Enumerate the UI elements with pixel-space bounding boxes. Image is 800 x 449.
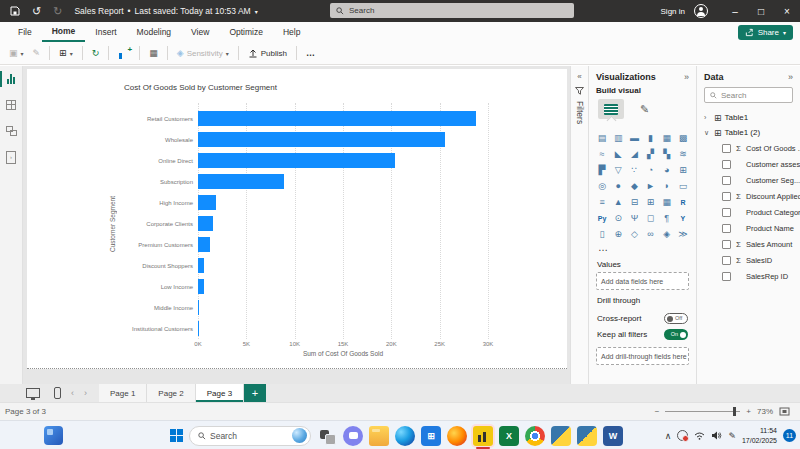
power-bi-icon[interactable] [473, 426, 493, 446]
tray-expand-icon[interactable]: ∧ [665, 431, 672, 441]
get-data-button[interactable]: ⊞▾ [59, 48, 73, 58]
values-field-well[interactable]: Add data fields here [596, 272, 689, 290]
clustered-column-chart-icon[interactable]: ▮ [643, 131, 658, 145]
firefox-icon[interactable] [447, 426, 467, 446]
field-item-customer-asses-[interactable]: Customer asses... [697, 156, 800, 172]
decomposition-tree-icon[interactable]: Ψ [627, 211, 642, 225]
bar-high-income[interactable] [198, 195, 216, 210]
field-checkbox[interactable] [722, 208, 731, 217]
notification-badge[interactable]: 11 [783, 429, 796, 442]
bar-corporate-clients[interactable] [198, 216, 213, 231]
field-item-customer-seg-[interactable]: Customer Seg... [697, 172, 800, 188]
100-stacked-bar-chart-icon[interactable]: ▦ [659, 131, 674, 145]
menu-item-file[interactable]: File [8, 22, 42, 42]
zoom-out-button[interactable]: − [655, 407, 660, 416]
report-view-button[interactable] [0, 66, 22, 92]
refresh-button[interactable]: ↻ [92, 48, 100, 58]
store-icon[interactable]: ⊞ [421, 426, 441, 446]
scorecard-icon[interactable]: ◈ [659, 227, 674, 241]
taskbar-clock[interactable]: 11:54 17/02/2025 [742, 426, 777, 445]
cross-report-toggle[interactable]: Off [664, 313, 688, 324]
bar-middle-income[interactable] [198, 300, 199, 315]
page-tab-page-2[interactable]: Page 2 [147, 384, 195, 402]
shape-map-icon[interactable]: ◆ [627, 179, 642, 193]
menu-item-home[interactable]: Home [42, 22, 86, 42]
maximize-button[interactable]: □ [748, 0, 774, 22]
file-explorer-icon[interactable] [369, 426, 389, 446]
gauge-icon[interactable]: ◗ [659, 179, 674, 193]
field-checkbox[interactable] [722, 144, 731, 153]
more-options-button[interactable]: … [306, 48, 315, 58]
line-chart-icon[interactable]: ≈ [595, 147, 610, 161]
filled-map-icon[interactable]: ● [611, 179, 626, 193]
chat-icon[interactable] [343, 426, 363, 446]
close-button[interactable]: × [774, 0, 800, 22]
page-tab-page-3[interactable]: Page 3 [196, 384, 244, 402]
save-icon[interactable] [10, 6, 20, 16]
paginated-report-icon[interactable]: ▯ [595, 227, 610, 241]
collapse-visualizations-icon[interactable]: » [684, 72, 689, 82]
fit-to-page-icon[interactable] [779, 407, 790, 416]
scatter-chart-icon[interactable]: ∵ [627, 163, 642, 177]
field-checkbox[interactable] [722, 160, 731, 169]
new-page-button[interactable]: + [244, 384, 266, 402]
slicer-icon[interactable]: ⊟ [627, 195, 642, 209]
r-script-visual-icon[interactable]: R [675, 195, 690, 209]
keep-all-filters-toggle[interactable]: On [664, 329, 688, 340]
page-tab-page-1[interactable]: Page 1 [99, 384, 147, 402]
line-and-stacked-column-chart-icon[interactable]: ▞ [643, 147, 658, 161]
menu-item-view[interactable]: View [181, 22, 219, 42]
table-node-table1[interactable]: ›⊞Table1 [697, 110, 800, 125]
bar-low-income[interactable] [198, 279, 204, 294]
share-button[interactable]: Share ▾ [738, 25, 793, 40]
ribbon-chart-icon[interactable]: ≋ [675, 147, 690, 161]
line-and-clustered-column-chart-icon[interactable]: ▚ [659, 147, 674, 161]
paste-button[interactable]: ▣▾ [9, 48, 24, 58]
taskbar-search-input[interactable]: Search [189, 426, 311, 446]
bar-subscription[interactable] [198, 174, 284, 189]
undo-button[interactable]: ↺ [32, 6, 41, 17]
sign-in-button[interactable]: Sign in [661, 7, 685, 16]
field-item-cost-of-goods-[interactable]: ΣCost Of Goods ... [697, 140, 800, 156]
menu-item-help[interactable]: Help [273, 22, 310, 42]
field-item-discount-applied[interactable]: ΣDiscount Applied [697, 188, 800, 204]
data-search-input[interactable]: Search [704, 87, 793, 103]
excel-icon[interactable]: X [499, 426, 519, 446]
zoom-in-button[interactable]: + [746, 407, 751, 416]
new-visual-button[interactable]: + [118, 48, 130, 59]
model-view-button[interactable] [0, 118, 22, 144]
qna-visual-icon[interactable]: ◻ [643, 211, 658, 225]
field-item-sales-amount[interactable]: ΣSales Amount [697, 236, 800, 252]
desktop-view-icon[interactable] [26, 388, 40, 398]
pie-chart-icon[interactable]: ◔ [643, 163, 658, 177]
edge-icon[interactable] [395, 426, 415, 446]
card-icon[interactable]: ▭ [675, 179, 690, 193]
filters-pane-collapsed[interactable]: « Filters [570, 66, 588, 384]
word-icon[interactable]: W [603, 426, 623, 446]
format-visual-tab[interactable]: ✎ [640, 103, 649, 116]
document-title[interactable]: Sales Report • Last saved: Today at 10:5… [74, 6, 257, 16]
drill-through-field-well[interactable]: Add drill-through fields here [596, 347, 689, 365]
text-box-button[interactable]: ▦ [149, 48, 158, 58]
bar-wholesale[interactable] [198, 132, 445, 147]
volume-icon[interactable] [711, 431, 722, 440]
treemap-icon[interactable]: ⊞ [675, 163, 690, 177]
python-2-icon[interactable] [577, 426, 597, 446]
wifi-icon[interactable] [694, 432, 705, 440]
azure-map-icon[interactable]: ► [643, 179, 658, 193]
field-item-salesid[interactable]: ΣSalesID [697, 252, 800, 268]
table-view-button[interactable] [0, 92, 22, 118]
field-checkbox[interactable] [722, 192, 731, 201]
menu-item-modeling[interactable]: Modeling [127, 22, 182, 42]
bar-discount-shoppers[interactable] [198, 258, 204, 273]
power-automate-visual-icon[interactable]: ∞ [643, 227, 658, 241]
clustered-bar-chart-icon[interactable]: ▬ [627, 131, 642, 145]
stacked-column-chart-icon[interactable]: ▥ [611, 131, 626, 145]
table-icon[interactable]: ⊞ [643, 195, 658, 209]
pen-icon[interactable]: ✎ [728, 431, 736, 441]
bar-retail-customers[interactable] [198, 111, 476, 126]
field-item-product-category[interactable]: Product Category [697, 204, 800, 220]
previous-page-arrow[interactable]: ‹ [71, 388, 74, 398]
python-visual-icon[interactable]: Py [595, 211, 610, 225]
start-menu-icon[interactable] [170, 429, 183, 442]
